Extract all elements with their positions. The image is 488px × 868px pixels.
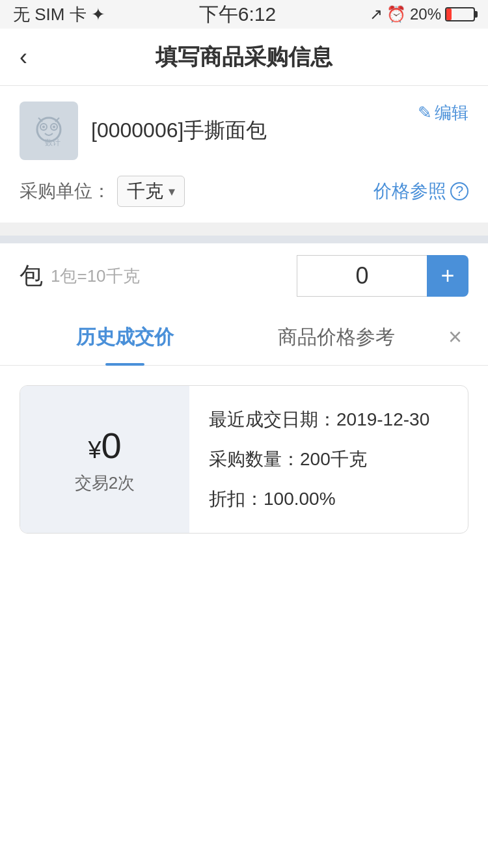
divider bbox=[0, 236, 488, 243]
recent-date-value: 2019-12-30 bbox=[336, 409, 429, 429]
content: 数计 [0000006]手撕面包 ✎ 编辑 采购单位： 千克 ▾ bbox=[0, 86, 488, 868]
history-card-left: ¥0 交易2次 bbox=[20, 386, 189, 533]
question-icon: ? bbox=[450, 182, 468, 200]
location-icon: ↗ bbox=[370, 5, 383, 23]
tab-section: 历史成交价 商品价格参考 × ¥0 交易2次 最近成交日期：2019-12-30 bbox=[0, 308, 488, 553]
product-card: 数计 [0000006]手撕面包 ✎ 编辑 采购单位： 千克 ▾ bbox=[0, 86, 488, 223]
tab-content: ¥0 交易2次 最近成交日期：2019-12-30 采购数量：200千克 折扣：… bbox=[0, 366, 488, 553]
edit-icon: ✎ bbox=[418, 103, 432, 123]
quantity-row: 包 1包=10千克 + bbox=[0, 243, 488, 308]
tab-header: 历史成交价 商品价格参考 × bbox=[0, 308, 488, 366]
product-logo-icon: 数计 bbox=[29, 111, 68, 150]
history-price: ¥0 bbox=[88, 424, 121, 467]
history-card: ¥0 交易2次 最近成交日期：2019-12-30 采购数量：200千克 折扣：… bbox=[20, 385, 468, 534]
price-reference-button[interactable]: 价格参照 ? bbox=[373, 179, 468, 204]
unit-label: 采购单位： bbox=[20, 179, 111, 204]
recent-date-row: 最近成交日期：2019-12-30 bbox=[209, 405, 448, 435]
svg-text:数计: 数计 bbox=[45, 138, 61, 147]
product-name: [0000006]手撕面包 bbox=[91, 116, 267, 145]
currency-symbol: ¥ bbox=[88, 437, 101, 463]
edit-button[interactable]: ✎ 编辑 bbox=[418, 102, 468, 124]
discount-label: 折扣： bbox=[209, 489, 264, 509]
tab-close-button[interactable]: × bbox=[442, 319, 468, 355]
svg-point-4 bbox=[53, 126, 55, 128]
status-time: 下午6:12 bbox=[199, 1, 276, 28]
quantity-hint: 1包=10千克 bbox=[51, 265, 140, 288]
quantity-controls: + bbox=[297, 255, 468, 297]
tab-history-price[interactable]: 历史成交价 bbox=[20, 308, 230, 366]
battery-percent: 20% bbox=[410, 5, 441, 23]
purchase-quantity-value: 200千克 bbox=[300, 449, 367, 469]
status-bar: 无 SIM 卡 ✦ 下午6:12 ↗ ⏰ 20% bbox=[0, 0, 488, 29]
recent-date-label: 最近成交日期： bbox=[209, 409, 336, 429]
tab-product-price[interactable]: 商品价格参考 bbox=[230, 308, 441, 366]
history-card-right: 最近成交日期：2019-12-30 采购数量：200千克 折扣：100.00% bbox=[189, 386, 468, 533]
discount-value: 100.00% bbox=[264, 489, 336, 509]
product-thumbnail: 数计 bbox=[20, 102, 78, 160]
page-rest bbox=[0, 553, 488, 868]
history-trade-count: 交易2次 bbox=[75, 472, 135, 495]
alarm-icon: ⏰ bbox=[386, 5, 406, 23]
quantity-unit: 包 bbox=[20, 260, 43, 292]
unit-selector[interactable]: 千克 ▾ bbox=[117, 176, 185, 207]
page-title: 填写商品采购信息 bbox=[156, 42, 332, 72]
status-right: ↗ ⏰ 20% bbox=[370, 5, 475, 23]
product-unit-row: 采购单位： 千克 ▾ 价格参照 ? bbox=[20, 176, 468, 207]
product-header: 数计 [0000006]手撕面包 ✎ 编辑 bbox=[20, 102, 468, 160]
purchase-quantity-row: 采购数量：200千克 bbox=[209, 445, 448, 474]
product-left: 数计 [0000006]手撕面包 bbox=[20, 102, 267, 160]
battery-icon bbox=[445, 7, 475, 21]
unit-value: 千克 bbox=[127, 179, 163, 204]
nav-bar: ‹ 填写商品采购信息 bbox=[0, 29, 488, 86]
status-left: 无 SIM 卡 ✦ bbox=[13, 3, 105, 26]
quantity-left: 包 1包=10千克 bbox=[20, 260, 140, 292]
quantity-input[interactable] bbox=[297, 255, 427, 297]
discount-row: 折扣：100.00% bbox=[209, 485, 448, 514]
quantity-plus-button[interactable]: + bbox=[427, 255, 468, 297]
dropdown-arrow-icon: ▾ bbox=[169, 183, 175, 199]
svg-point-3 bbox=[42, 126, 45, 128]
purchase-quantity-label: 采购数量： bbox=[209, 449, 300, 469]
sim-text: 无 SIM 卡 ✦ bbox=[13, 3, 105, 26]
back-button[interactable]: ‹ bbox=[13, 37, 34, 77]
